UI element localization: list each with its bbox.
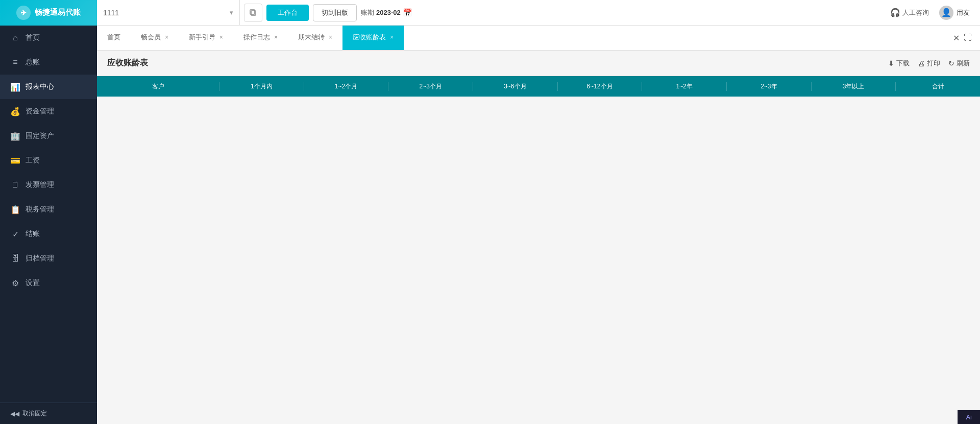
assets-icon: 🏢: [10, 131, 20, 141]
sidebar-item-salary[interactable]: 💳 工资: [0, 148, 97, 173]
sidebar-item-home[interactable]: ⌂ 首页: [0, 26, 97, 50]
user-area[interactable]: 👤 用友: [939, 6, 970, 20]
period-label: 账期: [361, 8, 374, 17]
sidebar-item-settings[interactable]: ⚙ 设置: [0, 271, 97, 295]
table-header-7: 2~3年: [727, 82, 812, 91]
download-button[interactable]: ⬇ 下载: [888, 59, 910, 68]
tax-icon: 📋: [10, 204, 20, 215]
table-header-6: 1~2年: [642, 82, 727, 91]
tab-home[interactable]: 首页: [97, 26, 131, 50]
sidebar-label-assets: 固定资产: [26, 131, 54, 140]
tab-close-guide[interactable]: ×: [219, 34, 223, 41]
page-content: 应收账龄表 ⬇ 下载 🖨 打印 ↻ 刷新: [97, 51, 980, 424]
table-header-3: 2~3个月: [388, 82, 473, 91]
sidebar-label-settings: 设置: [26, 278, 40, 288]
top-bar: ✈ 畅捷通易代账 1111 ▾ 工作台 切到旧版 账期 2023-02 📅 🎧 …: [0, 0, 980, 26]
main-layout: ⌂ 首页 ≡ 总账 📊 报表中心 💰 资金管理 🏢 固定资产 💳 工资 🗒 发票…: [0, 26, 980, 424]
sidebar-item-archive[interactable]: 🗄 归档管理: [0, 246, 97, 271]
sidebar-item-invoice[interactable]: 🗒 发票管理: [0, 173, 97, 197]
period-value: 2023-02: [376, 9, 401, 16]
table-header-8: 3年以上: [812, 82, 896, 91]
home-icon: ⌂: [10, 33, 20, 43]
tab-guide[interactable]: 新手引导×: [179, 26, 233, 50]
page-title: 应收账龄表: [107, 58, 148, 68]
reports-icon: 📊: [10, 82, 20, 92]
content-area: 首页畅会员×新手引导×操作日志×期末结转×应收账龄表× ✕ ⛶ 应收账龄表 ⬇ …: [97, 26, 980, 424]
bottom-table-header: 客户1个月内1~2个月2~3个月3~6个月6~12个月1~2年2~3年3年以上合…: [97, 76, 980, 97]
page-header: 应收账龄表 ⬇ 下载 🖨 打印 ↻ 刷新: [97, 51, 980, 76]
sidebar-item-assets[interactable]: 🏢 固定资产: [0, 124, 97, 148]
maximize-tab-button[interactable]: ⛶: [962, 31, 974, 44]
company-selector[interactable]: 1111 ▾: [97, 0, 240, 25]
invoice-icon: 🗒: [10, 180, 20, 190]
print-button[interactable]: 🖨 打印: [918, 59, 940, 68]
tabs-bar: 首页畅会员×新手引导×操作日志×期末结转×应收账龄表× ✕ ⛶: [97, 26, 980, 51]
tab-label-aging: 应收账龄表: [353, 33, 386, 42]
tab-label-home: 首页: [107, 33, 120, 42]
table-header-5: 6~12个月: [558, 82, 643, 91]
tab-label-member: 畅会员: [141, 33, 161, 42]
tab-label-oplog: 操作日志: [243, 33, 270, 42]
tab-close-oplog[interactable]: ×: [274, 34, 278, 41]
tab-label-guide: 新手引导: [189, 33, 215, 42]
tab-close-aging[interactable]: ×: [390, 34, 394, 41]
collapse-button[interactable]: ◀◀ 取消固定: [0, 403, 97, 424]
print-icon: 🖨: [918, 59, 925, 67]
tab-label-period_end: 期末结转: [298, 33, 325, 42]
sidebar-label-salary: 工资: [26, 156, 40, 165]
company-dropdown-arrow[interactable]: ▾: [230, 9, 233, 16]
headset-icon: 🎧: [890, 8, 900, 17]
header-actions: ⬇ 下载 🖨 打印 ↻ 刷新: [888, 59, 970, 68]
copy-icon: [249, 9, 257, 17]
ai-label: Ai: [966, 413, 972, 421]
avatar: 👤: [939, 6, 953, 20]
refresh-icon: ↻: [948, 59, 954, 67]
sidebar-label-accounting: 结账: [26, 229, 40, 239]
sidebar: ⌂ 首页 ≡ 总账 📊 报表中心 💰 资金管理 🏢 固定资产 💳 工资 🗒 发票…: [0, 26, 97, 424]
close-tab-button[interactable]: ✕: [951, 31, 962, 45]
user-name: 用友: [957, 8, 970, 17]
sidebar-label-home: 首页: [26, 33, 40, 42]
switch-old-button[interactable]: 切到旧版: [313, 4, 357, 21]
ai-badge[interactable]: Ai: [958, 410, 980, 424]
sidebar-item-reports[interactable]: 📊 报表中心: [0, 75, 97, 99]
copy-button[interactable]: [244, 4, 262, 22]
archive-icon: 🗄: [10, 253, 20, 264]
tab-oplog[interactable]: 操作日志×: [233, 26, 288, 50]
table-header-0: 客户: [97, 82, 219, 91]
download-icon: ⬇: [888, 59, 894, 67]
sidebar-item-ledger[interactable]: ≡ 总账: [0, 50, 97, 75]
funds-icon: 💰: [10, 106, 20, 116]
top-right: 🎧 人工咨询 👤 用友: [890, 6, 980, 20]
sidebar-label-tax: 税务管理: [26, 205, 54, 214]
tab-actions: ✕ ⛶: [951, 31, 980, 45]
sidebar-label-invoice: 发票管理: [26, 180, 54, 190]
ledger-icon: ≡: [10, 57, 20, 67]
salary-icon: 💳: [10, 155, 20, 166]
tab-close-period_end[interactable]: ×: [329, 34, 332, 41]
table-header-9: 合计: [896, 82, 980, 91]
sidebar-label-archive: 归档管理: [26, 254, 54, 263]
collapse-label: 取消固定: [22, 409, 47, 418]
accounting-icon: ✓: [10, 229, 20, 239]
logo-area: ✈ 畅捷通易代账: [0, 0, 97, 26]
workbench-button[interactable]: 工作台: [266, 5, 309, 21]
company-name: 1111: [103, 9, 226, 17]
settings-icon: ⚙: [10, 278, 20, 288]
tab-aging[interactable]: 应收账龄表×: [342, 26, 404, 50]
sidebar-label-reports: 报表中心: [26, 82, 54, 91]
calendar-icon[interactable]: 📅: [403, 8, 412, 17]
consult-button[interactable]: 🎧 人工咨询: [890, 8, 929, 17]
sidebar-label-ledger: 总账: [26, 58, 40, 67]
tab-close-member[interactable]: ×: [165, 34, 168, 41]
refresh-button[interactable]: ↻ 刷新: [948, 59, 970, 68]
logo-icon: ✈: [16, 6, 31, 20]
table-header-2: 1~2个月: [304, 82, 389, 91]
table-header-4: 3~6个月: [473, 82, 558, 91]
tab-member[interactable]: 畅会员×: [131, 26, 179, 50]
app-title: 畅捷通易代账: [35, 8, 81, 17]
sidebar-item-tax[interactable]: 📋 税务管理: [0, 197, 97, 222]
tab-period_end[interactable]: 期末结转×: [288, 26, 342, 50]
sidebar-item-accounting[interactable]: ✓ 结账: [0, 222, 97, 246]
sidebar-item-funds[interactable]: 💰 资金管理: [0, 99, 97, 124]
